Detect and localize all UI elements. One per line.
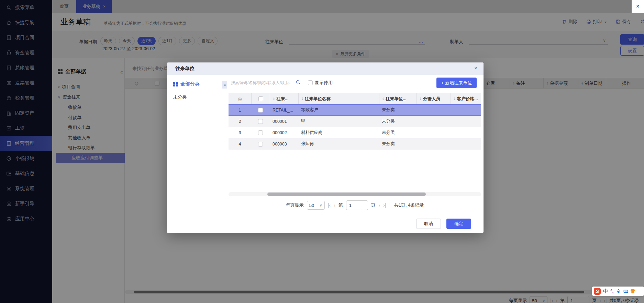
- page-number-input[interactable]: [346, 200, 368, 210]
- column-price-level[interactable]: ▲▼客户价格...: [451, 93, 481, 104]
- sort-icon[interactable]: ▲▼: [454, 97, 456, 101]
- next-page-icon[interactable]: ›: [379, 202, 380, 208]
- row-checkbox[interactable]: [258, 108, 263, 113]
- table-row[interactable]: 1 RETAIL_... 零散客户 未分类: [229, 104, 481, 116]
- cancel-button[interactable]: 取消: [416, 219, 441, 229]
- last-page-icon[interactable]: ›|: [383, 202, 386, 208]
- sort-icon[interactable]: ▲▼: [273, 97, 275, 101]
- per-page-select[interactable]: 50∨: [307, 201, 325, 210]
- confirm-button[interactable]: 确定: [446, 219, 471, 229]
- sort-icon[interactable]: ▲▼: [382, 97, 384, 101]
- prev-page-icon[interactable]: ‹: [334, 202, 335, 208]
- page-label-pre: 第: [338, 202, 343, 208]
- column-manager[interactable]: ▲▼分管人员: [417, 93, 451, 104]
- horizontal-scrollbar[interactable]: [229, 192, 481, 196]
- sogou-logo-icon[interactable]: S: [594, 288, 601, 295]
- sort-icon[interactable]: ▲▼: [301, 97, 303, 101]
- row-checkbox[interactable]: [258, 119, 263, 124]
- category-all[interactable]: 全部分类: [173, 81, 200, 87]
- ime-punct-toggle[interactable]: °,: [610, 289, 614, 294]
- row-checkbox[interactable]: [258, 130, 263, 135]
- column-settings[interactable]: ◎: [229, 93, 251, 104]
- category-panel: 全部分类 未分类: [167, 75, 226, 221]
- window-close-button[interactable]: ×: [632, 0, 644, 13]
- partner-table: ◎ ▲▼往来... ▲▼往来单位名称 ▲▼往来单位... ▲▼分管人员 ▲▼客户…: [229, 93, 481, 150]
- keyboard-icon[interactable]: [623, 289, 628, 294]
- app-root: 搜索菜单 快捷导航 项目合同 资金管理 总账管理 发票管理 税务管理 固定资产 …: [0, 0, 644, 303]
- dialog-title: 往来单位: [175, 66, 195, 72]
- partner-table-header: ◎ ▲▼往来... ▲▼往来单位名称 ▲▼往来单位... ▲▼分管人员 ▲▼客户…: [229, 93, 481, 104]
- partner-select-dialog: 往来单位 × 全部分类 未分类 « 显示停用 + 新增往来单位 ◎: [167, 62, 484, 233]
- close-icon[interactable]: ×: [474, 65, 477, 71]
- column-category[interactable]: ▲▼往来单位...: [379, 93, 417, 104]
- partner-search-input[interactable]: [231, 78, 295, 87]
- select-all-cell: [251, 93, 270, 104]
- table-row[interactable]: 2 000001 甲 未分类: [229, 116, 481, 127]
- page-label-post: 页: [371, 202, 376, 208]
- total-records: 共1页, 4条记录: [394, 202, 424, 208]
- dialog-pagination: 每页显示 50∨ |‹ ‹ 第 页 › ›| 共1页, 4条记录: [226, 200, 484, 210]
- column-name[interactable]: ▲▼往来单位名称: [298, 93, 379, 104]
- table-row[interactable]: 3 000002 材料供应商 未分类: [229, 127, 481, 138]
- per-page-label: 每页显示: [286, 202, 304, 208]
- chevron-down-icon: ∨: [320, 203, 322, 208]
- select-all-checkbox[interactable]: [258, 96, 263, 101]
- sort-icon[interactable]: ▲▼: [420, 97, 422, 101]
- ime-skin-icon[interactable]: [631, 289, 635, 293]
- gear-icon: ◎: [238, 96, 242, 102]
- dialog-main: 显示停用 + 新增往来单位 ◎ ▲▼往来... ▲▼往来单位名称 ▲▼往来单位.…: [226, 75, 484, 233]
- first-page-icon[interactable]: |‹: [328, 202, 331, 208]
- column-code[interactable]: ▲▼往来...: [270, 93, 298, 104]
- show-disabled-checkbox[interactable]: [308, 80, 313, 85]
- search-icon[interactable]: [296, 80, 301, 85]
- table-row[interactable]: 4 000003 张师傅 未分类: [229, 138, 481, 150]
- microphone-icon[interactable]: [616, 289, 621, 294]
- row-checkbox[interactable]: [258, 142, 263, 147]
- dialog-header: 往来单位 ×: [167, 62, 484, 75]
- ime-lang-toggle[interactable]: 中: [603, 288, 608, 294]
- add-partner-button[interactable]: + 新增往来单位: [436, 78, 477, 88]
- category-uncategorized[interactable]: 未分类: [173, 94, 187, 100]
- show-disabled-option[interactable]: 显示停用: [308, 80, 333, 86]
- ime-toolbar: S 中 °,: [592, 287, 644, 296]
- scrollbar-thumb[interactable]: [267, 193, 426, 196]
- grid-icon: [173, 82, 178, 86]
